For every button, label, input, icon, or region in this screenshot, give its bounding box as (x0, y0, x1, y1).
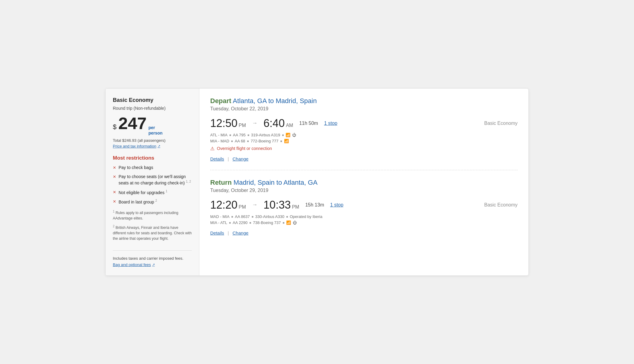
footnote-1: 1 Rules apply to all passengers includin… (113, 209, 192, 221)
dot3: ■ (282, 133, 284, 137)
depart-route: Atlanta, GA to Madrid, Spain (233, 97, 317, 105)
price-per-person-label: perperson (149, 125, 163, 136)
seg1-flight: AA 795 (233, 133, 246, 137)
depart-label: Depart (210, 97, 231, 105)
bottom-section: Includes taxes and carrier imposed fees.… (113, 250, 192, 267)
return-actions-row: Details | Change (210, 230, 518, 236)
depart-details-link[interactable]: Details (210, 156, 224, 161)
return-flight-section: Return Madrid, Spain to Atlanta, GA Tues… (210, 170, 518, 236)
warning-triangle-icon: ⚠ (210, 146, 214, 151)
seg2-flight: AA 68 (235, 139, 245, 143)
ret-seg1-flight: AA 8637 (235, 214, 250, 219)
return-depart-time-block: 12:20 PM (210, 199, 246, 211)
price-tax-link[interactable]: Price and tax information ↗ (113, 144, 192, 148)
arrive-time: 6:40 (263, 117, 285, 130)
return-fare-class: Basic Economy (484, 202, 518, 208)
ret-seg2-flight: AA 2290 (233, 220, 247, 225)
wifi-icon-3: 📶 (286, 220, 291, 225)
return-depart-ampm: PM (239, 204, 246, 210)
return-segment-2: MIA - ATL ■ AA 2290 ■ 738-Boeing 737 ■ 📶… (210, 220, 518, 225)
dot6: ■ (280, 139, 282, 143)
price-row: $ 247 perperson (113, 115, 192, 136)
return-date: Tuesday, October 29, 2019 (210, 188, 518, 193)
arrow-icon: → (252, 120, 257, 126)
bag-fees-link[interactable]: Bag and optional fees ↗ (113, 262, 192, 267)
dot2: ■ (247, 133, 249, 137)
ret-seg2-route: MIA - ATL (210, 220, 227, 225)
restriction-item-2: ✕ Pay to choose seats (or we'll assign s… (113, 174, 192, 186)
return-depart-time: 12:20 (210, 199, 237, 211)
dot5: ■ (247, 139, 249, 143)
includes-text: Includes taxes and carrier imposed fees. (113, 256, 192, 261)
restriction-text-1: Pay to check bags (119, 165, 153, 171)
price-dollar-sign: $ (113, 123, 116, 131)
return-arrive-ampm: PM (292, 204, 299, 210)
restriction-text-4: Board in last group 2 (119, 199, 157, 205)
depart-segment-1: ATL - MIA ■ AA 795 ■ 319-Airbus A319 ■ 📶… (210, 133, 518, 137)
arrive-ampm: AM (286, 123, 293, 128)
restriction-x-icon: ✕ (113, 165, 116, 171)
return-route: Madrid, Spain to Atlanta, GA (234, 179, 318, 186)
wifi-icon-2: 📶 (284, 139, 289, 143)
restriction-item-3: ✕ Not eligible for upgrades 1 (113, 189, 192, 196)
dot1: ■ (229, 133, 231, 137)
restriction-x-icon-4: ✕ (113, 199, 116, 204)
restriction-text-2: Pay to choose seats (or we'll assign sea… (119, 174, 192, 186)
ret-seg1-route: MAD - MIA (210, 214, 230, 219)
restrictions-title: Most restrictions (113, 155, 192, 161)
dot8: ■ (252, 215, 253, 218)
return-segment-1: MAD - MIA ■ AA 8637 ■ 330-Airbus A330 ■ … (210, 214, 518, 219)
depart-time: 12:50 (210, 117, 237, 130)
depart-actions-row: Details | Change (210, 156, 518, 161)
seg2-route: MIA - MAD (210, 139, 229, 143)
restriction-text-3: Not eligible for upgrades 1 (119, 189, 167, 196)
return-arrow-icon: → (252, 202, 257, 208)
trip-type-label: Round trip (Non-refundable) (113, 106, 192, 111)
return-stops-link[interactable]: 1 stop (330, 202, 343, 208)
fare-type-label: Basic Economy (113, 97, 192, 103)
depart-duration: 11h 50m (299, 121, 318, 126)
return-flight-header: Return Madrid, Spain to Atlanta, GA (210, 179, 518, 187)
depart-time-block: 12:50 PM (210, 117, 246, 130)
return-arrive-time-block: 10:33 PM (263, 199, 299, 211)
depart-change-link[interactable]: Change (233, 156, 249, 161)
price-total: Total $246.93 (all passengers) (113, 138, 192, 143)
left-panel: Basic Economy Round trip (Non-refundable… (106, 89, 199, 275)
depart-ampm: PM (239, 123, 246, 128)
restriction-x-icon-2: ✕ (113, 174, 116, 180)
restriction-x-icon-3: ✕ (113, 190, 116, 195)
price-amount: 247 (118, 115, 146, 132)
dot7: ■ (231, 215, 233, 218)
return-change-link[interactable]: Change (233, 230, 249, 236)
arrive-time-block: 6:40 AM (263, 117, 293, 130)
ret-seg2-aircraft: 738-Boeing 737 (253, 220, 281, 225)
seg1-aircraft: 319-Airbus A319 (251, 133, 280, 137)
return-times-row: 12:20 PM → 10:33 PM 15h 13m 1 stop Basic… (210, 199, 518, 211)
dot12: ■ (283, 221, 284, 224)
depart-flight-title: Depart Atlanta, GA to Madrid, Spain (210, 97, 518, 105)
depart-segment-2: MIA - MAD ■ AA 68 ■ 772-Boeing 777 ■ 📶 (210, 139, 518, 143)
depart-flight-header: Depart Atlanta, GA to Madrid, Spain (210, 97, 518, 105)
footnote-2: 2 British Airways, Finnair and Iberia ha… (113, 224, 192, 241)
action-separator-1: | (228, 156, 229, 161)
return-details-link[interactable]: Details (210, 230, 224, 236)
overnight-warning-text: Overnight flight or connection (217, 146, 272, 151)
ret-seg1-aircraft: 330-Airbus A330 (255, 214, 284, 219)
return-duration: 15h 13m (305, 202, 324, 208)
dot11: ■ (249, 221, 251, 224)
depart-stops-link[interactable]: 1 stop (324, 121, 337, 126)
dot10: ■ (229, 221, 231, 224)
seg2-aircraft: 772-Boeing 777 (251, 139, 279, 143)
bag-fees-external-icon: ↗ (152, 263, 155, 267)
dot9: ■ (286, 215, 288, 218)
depart-times-row: 12:50 PM → 6:40 AM 11h 50m 1 stop Basic … (210, 117, 518, 130)
depart-flight-section: Depart Atlanta, GA to Madrid, Spain Tues… (210, 97, 518, 161)
action-separator-2: | (228, 230, 229, 236)
external-link-icon: ↗ (158, 144, 160, 148)
power-icon-1: ⏻ (292, 133, 296, 137)
return-arrive-time: 10:33 (263, 199, 291, 211)
right-panel: Depart Atlanta, GA to Madrid, Spain Tues… (199, 89, 528, 275)
depart-date: Tuesday, October 22, 2019 (210, 106, 518, 112)
depart-fare-class: Basic Economy (484, 121, 518, 126)
return-flight-title: Return Madrid, Spain to Atlanta, GA (210, 179, 518, 187)
